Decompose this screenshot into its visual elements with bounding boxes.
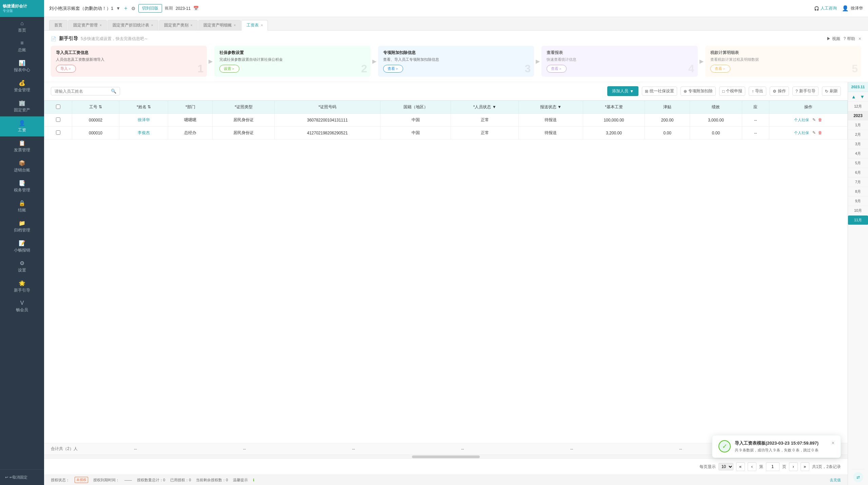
guide-action-label: 新手引导 xyxy=(799,88,815,94)
month-dec[interactable]: 12月 xyxy=(848,102,868,111)
calendar-action-area: ⇄ xyxy=(852,469,865,485)
select-all-checkbox[interactable] xyxy=(56,105,60,109)
guide-step-1-btn[interactable]: 导入＞ xyxy=(56,65,76,73)
row1-edit-icon[interactable]: ✎ xyxy=(812,117,816,122)
tab-home[interactable]: 首页 xyxy=(49,20,67,30)
operation-button[interactable]: ⚙ 操作 xyxy=(770,87,789,96)
row2-edit-icon[interactable]: ✎ xyxy=(812,130,816,135)
month-sep[interactable]: 9月 xyxy=(848,197,868,206)
sidebar-item-tax[interactable]: 📑 税务管理 xyxy=(0,176,44,197)
service-button[interactable]: 🎧 人工咨询 xyxy=(814,5,837,11)
table-row: 000002 徐泽华 嗯嗯嗯 居民身份证 360782200104131111 … xyxy=(44,114,848,127)
sidebar-item-sales[interactable]: 📦 进销台账 xyxy=(0,156,44,176)
guide-step-2-btn[interactable]: 设置＞ xyxy=(219,65,239,73)
month-jul[interactable]: 7月 xyxy=(848,178,868,187)
calendar-icon[interactable]: 📅 xyxy=(193,6,199,11)
calendar-up-icon[interactable]: ▲ xyxy=(851,93,857,100)
sidebar-item-close[interactable]: 🔒 结账 xyxy=(0,197,44,217)
guide-help-link[interactable]: ? 帮助 xyxy=(844,36,855,42)
sidebar-item-funds[interactable]: 💰 资金管理 xyxy=(0,76,44,96)
toast-close-button[interactable]: × xyxy=(832,440,834,446)
add-employee-button[interactable]: 添加人员 ▼ xyxy=(607,86,638,96)
tab-fixed-assets[interactable]: 固定资产管理 × xyxy=(68,20,107,30)
row1-select[interactable] xyxy=(56,117,60,122)
month-mar[interactable]: 3月 xyxy=(848,139,868,149)
prev-page-button[interactable]: ‹ xyxy=(748,462,756,471)
row2-delete-icon[interactable]: 🗑 xyxy=(818,130,822,135)
tab-asset-detail-close[interactable]: × xyxy=(234,23,236,27)
tab-depreciation[interactable]: 固定资产折旧统计表 × xyxy=(107,20,158,30)
dropdown-icon[interactable]: ▼ xyxy=(116,6,120,11)
tab-depreciation-close[interactable]: × xyxy=(151,23,153,27)
sidebar-item-archive[interactable]: 📁 归档管理 xyxy=(0,217,44,237)
page-size-select[interactable]: 10 20 50 xyxy=(718,463,733,470)
calendar-toggle-button[interactable]: ⇄ xyxy=(853,472,863,482)
calendar-down-icon[interactable]: ▼ xyxy=(859,93,865,100)
col-status[interactable]: *人员状态 ▼ xyxy=(451,101,519,114)
sidebar-item-assets[interactable]: 🏢 固定资产 xyxy=(0,96,44,116)
settings-account-icon[interactable]: ⚙ xyxy=(131,6,136,11)
guide-action-button[interactable]: ? 新手引导 xyxy=(792,87,818,96)
social-insurance-button[interactable]: ⊞ 统一社保设置 xyxy=(642,87,677,96)
sidebar-item-vip[interactable]: V 畅会员 xyxy=(0,297,44,316)
month-aug[interactable]: 8月 xyxy=(848,187,868,197)
sidebar-item-guide[interactable]: 🌟 新手引导 xyxy=(0,277,44,297)
sort-icon: ⇅ xyxy=(99,105,102,109)
last-page-button[interactable]: » xyxy=(801,462,809,471)
sidebar-item-settings[interactable]: ⚙ 设置 xyxy=(0,257,44,277)
social-icon: ⊞ xyxy=(645,89,648,94)
guide-step-4-btn[interactable]: 查看＞ xyxy=(547,65,567,73)
tab-salary[interactable]: 工资表 × xyxy=(241,20,268,31)
row2-social-link[interactable]: 个人社保 xyxy=(794,131,809,135)
first-page-button[interactable]: « xyxy=(736,462,745,471)
month-jan[interactable]: 1月 xyxy=(848,120,868,130)
tax-report-button[interactable]: □ 个税申报 xyxy=(719,87,745,96)
page-input[interactable] xyxy=(766,462,780,471)
guide-step-5-title: 税款计算明细表 xyxy=(710,50,856,56)
unpin-button[interactable]: ↩ ↩取消固定 xyxy=(3,473,41,482)
search-input[interactable] xyxy=(55,89,109,94)
sidebar-item-salary[interactable]: 👤 工资 xyxy=(0,116,44,136)
pagination: 每页显示 10 20 50 « ‹ 第 页 › » 共1页，2条记录 xyxy=(44,459,848,474)
sidebar-item-invoice[interactable]: 📋 发票管理 xyxy=(0,136,44,156)
tab-asset-category-close[interactable]: × xyxy=(191,23,193,27)
month-jun[interactable]: 6月 xyxy=(848,168,868,178)
guide-step-3-btn[interactable]: 查看＞ xyxy=(383,65,403,73)
tab-salary-close[interactable]: × xyxy=(261,23,263,27)
special-deduction-button[interactable]: ⊕ 专项附加扣除 xyxy=(680,87,716,96)
guide-step-2: 社保参数设置 完成社保参数设置自动计算社保公积金 设置＞ 2 xyxy=(214,46,370,77)
guide-step-5-btn[interactable]: 查看＞ xyxy=(710,65,730,73)
tab-fixed-assets-close[interactable]: × xyxy=(100,23,102,27)
tab-asset-category[interactable]: 固定资产类别 × xyxy=(159,20,198,30)
sidebar-item-ledger[interactable]: ≡ 总账 xyxy=(0,37,44,56)
switch-version-button[interactable]: 切到旧版 xyxy=(138,4,162,13)
month-apr[interactable]: 4月 xyxy=(848,149,868,158)
sidebar-item-expense[interactable]: 📝 小畅报销 xyxy=(0,237,44,257)
search-icon[interactable]: 🔍 xyxy=(111,89,116,94)
scrollbar-thumb[interactable] xyxy=(412,455,480,458)
sidebar-item-home[interactable]: ⌂ 首页 xyxy=(0,17,44,37)
month-may[interactable]: 5月 xyxy=(848,158,868,168)
row1-social-link[interactable]: 个人社保 xyxy=(794,118,809,122)
guide-close-button[interactable]: × xyxy=(859,36,861,41)
row1-delete-icon[interactable]: 🗑 xyxy=(818,117,822,122)
sidebar-label-ledger: 总账 xyxy=(18,47,26,53)
col-report[interactable]: 报送状态 ▼ xyxy=(519,101,583,114)
row1-name-link[interactable]: 徐泽华 xyxy=(138,117,150,122)
export-button[interactable]: ↑ 导出 xyxy=(749,87,766,96)
recharge-button[interactable]: 去充值 xyxy=(830,478,841,483)
month-oct[interactable]: 10月 xyxy=(848,206,868,216)
next-page-button[interactable]: › xyxy=(789,462,798,471)
add-account-button[interactable]: ＋ xyxy=(123,5,129,12)
sidebar-item-reports[interactable]: 📊 报表中心 xyxy=(0,56,44,76)
row2-select[interactable] xyxy=(56,130,60,135)
refresh-button[interactable]: ↻ 刷新 xyxy=(822,87,841,96)
col-name[interactable]: *姓名 ⇅ xyxy=(119,101,168,114)
sidebar-label-reports: 报表中心 xyxy=(14,67,30,73)
month-feb[interactable]: 2月 xyxy=(848,130,868,139)
tab-asset-detail[interactable]: 固定资产明细账 × xyxy=(198,20,241,30)
row2-name-link[interactable]: 李俊杰 xyxy=(138,130,150,135)
col-id[interactable]: 工号 ⇅ xyxy=(72,101,119,114)
month-nov-active[interactable]: 11月 xyxy=(848,216,868,225)
guide-video-link[interactable]: ▶ 视频 xyxy=(827,36,840,42)
